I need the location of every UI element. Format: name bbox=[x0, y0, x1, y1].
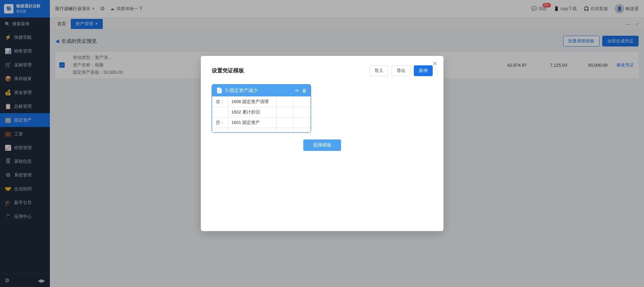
debit-account-1: 1606 固定资产清理 bbox=[228, 97, 276, 107]
debit-credit-2 bbox=[294, 107, 310, 118]
select-template-button[interactable]: 选择模板 bbox=[303, 139, 341, 151]
debit-credit-1 bbox=[294, 97, 310, 107]
import-button[interactable]: 导入 bbox=[369, 65, 388, 76]
credit-account-2 bbox=[228, 128, 276, 132]
template-delete-icon[interactable]: 🗑 bbox=[302, 88, 307, 93]
template-table: 借： 1606 固定资产清理 1602 累计折旧 贷： bbox=[212, 96, 311, 132]
template-card: 📄 5-固定资产减少 ✏ 🗑 借： 1606 固定资产清理 bbox=[212, 84, 311, 133]
modal-title: 设置凭证模板 bbox=[212, 67, 244, 74]
template-doc-icon: 📄 bbox=[216, 87, 223, 94]
debit-label-1: 借： bbox=[212, 97, 228, 107]
debit-amount-1 bbox=[276, 97, 293, 107]
credit-label-1: 贷： bbox=[212, 118, 228, 128]
credit-account-1: 1601 固定资产 bbox=[228, 118, 276, 128]
credit-amount-2 bbox=[276, 128, 293, 132]
template-row-debit2: 1602 累计折旧 bbox=[212, 107, 310, 118]
set-voucher-template-modal: ✕ 设置凭证模板 导入 导出 新增 📄 5-固定资产减少 ✏ 🗑 bbox=[201, 56, 443, 231]
template-edit-icon[interactable]: ✏ bbox=[295, 88, 299, 93]
credit-amount-1 bbox=[276, 118, 293, 128]
template-row-credit1: 贷： 1601 固定资产 bbox=[212, 118, 310, 128]
new-template-button[interactable]: 新增 bbox=[414, 65, 433, 76]
credit-label-2 bbox=[212, 128, 228, 132]
template-row-debit1: 借： 1606 固定资产清理 bbox=[212, 97, 310, 107]
template-row-credit2 bbox=[212, 128, 310, 132]
debit-amount-2 bbox=[276, 107, 293, 118]
export-button[interactable]: 导出 bbox=[392, 65, 410, 76]
modal-header-actions: 导入 导出 新增 bbox=[369, 65, 433, 76]
debit-account-2: 1602 累计折旧 bbox=[228, 107, 276, 118]
template-name: 5-固定资产减少 bbox=[225, 88, 258, 94]
modal-close-button[interactable]: ✕ bbox=[432, 61, 437, 67]
modal-header: 设置凭证模板 导入 导出 新增 bbox=[212, 65, 433, 76]
modal-overlay: ✕ 设置凭证模板 导入 导出 新增 📄 5-固定资产减少 ✏ 🗑 bbox=[0, 0, 644, 287]
template-card-actions: ✏ 🗑 bbox=[295, 88, 307, 93]
debit-label-2 bbox=[212, 107, 228, 118]
credit-credit-1 bbox=[294, 118, 310, 128]
template-card-body: 借： 1606 固定资产清理 1602 累计折旧 贷： bbox=[212, 96, 311, 132]
template-card-header: 📄 5-固定资产减少 ✏ 🗑 bbox=[212, 85, 311, 96]
credit-credit-2 bbox=[294, 128, 310, 132]
